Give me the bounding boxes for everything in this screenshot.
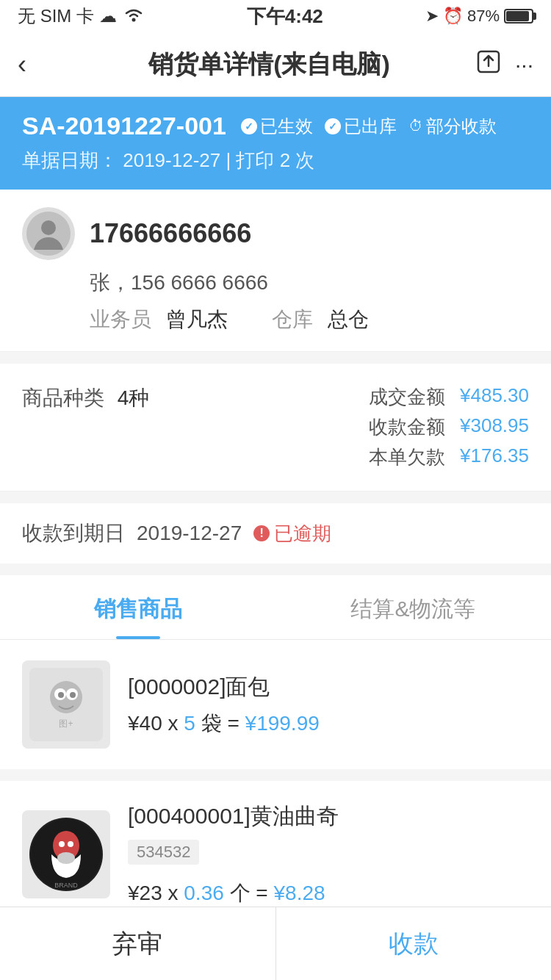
svg-text:BRAND: BRAND <box>54 882 78 889</box>
order-badges: ✓ 已生效 ✓ 已出库 ⏱ 部分收款 <box>241 115 497 138</box>
svg-point-3 <box>41 220 56 235</box>
customer-id: 17666666666 <box>90 218 251 249</box>
svg-text:图+: 图+ <box>59 718 73 729</box>
receipt-label: 收款金额 <box>369 414 445 440</box>
overdue-label: 已逾期 <box>274 521 331 547</box>
location-icon: ➤ <box>425 7 439 26</box>
product-price-1: ¥40 x 5 袋 = ¥199.99 <box>128 710 529 738</box>
kind-value: 4种 <box>118 386 150 409</box>
tab-products[interactable]: 销售商品 <box>0 575 276 639</box>
product-sku-2: 534532 <box>128 840 199 865</box>
warehouse-value: 总仓 <box>328 308 369 331</box>
stats-left: 商品种类 4种 <box>22 384 149 412</box>
kind-label: 商品种类 <box>22 386 104 409</box>
more-button[interactable]: ··· <box>515 52 533 77</box>
deal-label: 成交金额 <box>369 384 445 410</box>
product-price-2: ¥23 x 0.36 个 = ¥8.28 <box>128 879 529 907</box>
clock-icon: ⏱ <box>408 118 423 134</box>
svg-point-15 <box>68 841 73 847</box>
svg-point-9 <box>70 692 76 698</box>
back-button[interactable]: ‹ <box>18 49 62 80</box>
alarm-icon: ⏰ <box>443 7 463 26</box>
receipt-value: ¥308.95 <box>460 414 529 440</box>
product-qty-1: 5 <box>184 712 195 735</box>
svg-point-0 <box>132 18 135 22</box>
nav-actions: ··· <box>477 50 533 79</box>
battery-icon <box>504 9 533 24</box>
status-left: 无 SIM 卡 ☁ <box>18 4 145 28</box>
stats-right: 成交金额 ¥485.30 收款金额 ¥308.95 本单欠款 ¥176.35 <box>369 384 529 470</box>
order-id: SA-20191227-001 <box>22 112 226 140</box>
customer-name: 张，156 6666 6666 <box>22 269 529 297</box>
svg-point-8 <box>58 692 64 698</box>
order-header: SA-20191227-001 ✓ 已生效 ✓ 已出库 ⏱ 部分收款 单据日期：… <box>0 97 551 190</box>
battery-percent: 87% <box>467 7 500 26</box>
customer-section: 17666666666 张，156 6666 6666 业务员 曾凡杰 仓库 总… <box>0 190 551 352</box>
tabs-section: 销售商品 结算&物流等 <box>0 575 551 640</box>
deal-value: ¥485.30 <box>460 384 529 410</box>
badge-effective: ✓ 已生效 <box>241 115 313 138</box>
status-bar: 无 SIM 卡 ☁ 下午4:42 ➤ ⏰ 87% <box>0 0 551 32</box>
status-right: ➤ ⏰ 87% <box>425 7 533 26</box>
check-icon-2: ✓ <box>325 118 341 134</box>
product-info-1: [0000002]面包 ¥40 x 5 袋 = ¥199.99 <box>128 672 529 738</box>
sim-label: 无 SIM 卡 ☁ <box>18 4 117 28</box>
due-section: 收款到期日 2019-12-27 ! 已逾期 <box>0 503 551 563</box>
customer-meta: 业务员 曾凡杰 仓库 总仓 <box>22 306 529 334</box>
status-time: 下午4:42 <box>247 4 323 29</box>
due-label: 收款到期日 <box>22 519 125 547</box>
product-item: 图+ [0000002]面包 ¥40 x 5 袋 = ¥199.99 <box>0 640 551 769</box>
bottom-bar: 弃审 收款 <box>0 907 551 980</box>
stats-section: 商品种类 4种 成交金额 ¥485.30 收款金额 ¥308.95 本单欠款 ¥… <box>0 364 551 491</box>
product-image-2: BRAND <box>22 810 110 898</box>
product-name-2: [000400001]黄油曲奇 <box>128 801 529 832</box>
products-section: 图+ [0000002]面包 ¥40 x 5 袋 = ¥199.99 <box>0 640 551 928</box>
salesperson-value: 曾凡杰 <box>166 308 228 331</box>
product-qty-2: 0.36 <box>184 882 224 904</box>
product-total-2: ¥8.28 <box>273 882 325 904</box>
debt-value: ¥176.35 <box>460 444 529 470</box>
overdue-icon: ! <box>253 525 270 541</box>
salesperson-label: 业务员 <box>90 308 151 331</box>
page-title: 销货单详情(来自电脑) <box>62 48 477 82</box>
avatar <box>22 207 75 260</box>
product-name-1: [0000002]面包 <box>128 672 529 702</box>
badge-partial: ⏱ 部分收款 <box>408 115 497 138</box>
wifi-icon <box>123 6 145 26</box>
product-total-1: ¥199.99 <box>245 712 320 735</box>
badge-outbound: ✓ 已出库 <box>325 115 397 138</box>
tab-settlement[interactable]: 结算&物流等 <box>276 575 551 639</box>
overdue-badge: ! 已逾期 <box>253 521 331 547</box>
product-info-2: [000400001]黄油曲奇 534532 ¥23 x 0.36 个 = ¥8… <box>128 801 529 907</box>
share-button[interactable] <box>477 50 500 79</box>
svg-point-16 <box>57 852 75 864</box>
warehouse-label: 仓库 <box>272 308 313 331</box>
check-icon: ✓ <box>241 118 257 134</box>
collect-button[interactable]: 收款 <box>276 907 552 980</box>
svg-point-14 <box>59 841 65 847</box>
debt-label: 本单欠款 <box>369 444 445 470</box>
product-image-1: 图+ <box>22 660 110 749</box>
order-date: 单据日期： 2019-12-27 | 打印 2 次 <box>22 148 529 173</box>
reject-button[interactable]: 弃审 <box>0 907 276 980</box>
product-item-2: BRAND [000400001]黄油曲奇 534532 ¥23 x 0.36 … <box>0 781 551 928</box>
due-date: 2019-12-27 <box>137 522 242 545</box>
nav-bar: ‹ 销货单详情(来自电脑) ··· <box>0 32 551 97</box>
